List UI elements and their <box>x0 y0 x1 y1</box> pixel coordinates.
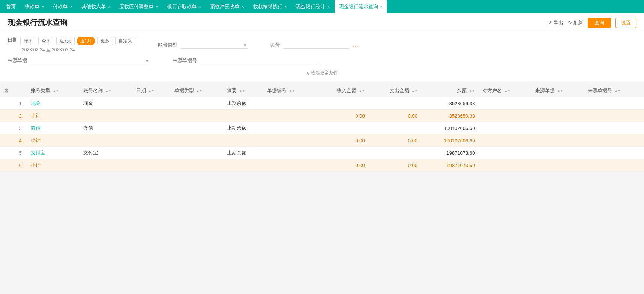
close-prepay-icon[interactable]: × <box>242 4 244 9</box>
cell-summary <box>223 110 263 122</box>
th-expense: 支出金额 ▲▼ <box>369 84 421 97</box>
cell-account-type[interactable]: 现金 <box>27 97 80 110</box>
cell-summary: 上期余额 <box>223 147 263 159</box>
date-btn-custom[interactable]: 自定义 <box>115 37 135 45</box>
cell-counterpart <box>479 122 531 134</box>
close-adjustment-icon[interactable]: × <box>156 4 158 9</box>
cell-counterpart <box>479 110 531 122</box>
th-gear: ⚙ <box>0 84 14 97</box>
export-button[interactable]: ↗ 导出 <box>548 19 563 26</box>
header-actions: ↗ 导出 ↻ 刷新 查询 设置 <box>548 18 636 28</box>
date-btn-1month[interactable]: 近1月 <box>77 37 95 45</box>
cell-source-doc <box>531 122 584 134</box>
nav-tab-receipts[interactable]: 收款单 × <box>20 0 48 13</box>
date-range-display: 2023-02-24 至 2023-03-24 <box>22 47 135 53</box>
close-other-income-icon[interactable]: × <box>108 4 110 9</box>
nav-tab-payment[interactable]: 付款单 × <box>48 0 77 13</box>
sort-source-doc-no-icon[interactable]: ▲▼ <box>615 90 621 93</box>
sort-account-name-icon[interactable]: ▲▼ <box>105 90 111 93</box>
cell-income: 0.00 <box>316 110 368 122</box>
th-summary: 摘要 ▲▼ <box>223 84 263 97</box>
account-input[interactable] <box>283 41 349 49</box>
close-receipts-icon[interactable]: × <box>42 4 44 9</box>
sort-doc-no-icon[interactable]: ▲▼ <box>289 90 295 93</box>
cell-income: 0.00 <box>316 159 368 172</box>
sort-source-doc-icon[interactable]: ▲▼ <box>557 90 563 93</box>
collapse-bar[interactable]: ∧ 收起更多条件 <box>8 68 636 79</box>
cell-row-num: 4 <box>14 134 27 147</box>
data-table: ⚙ 账号类型 ▲▼ 账号名称 ▲▼ 日期 ▲▼ 单据类型 ▲▼ <box>0 84 644 172</box>
sort-income-icon[interactable]: ▲▼ <box>359 90 365 93</box>
nav-tab-prepay[interactable]: 预收冲应收单 × <box>206 0 248 13</box>
refresh-button[interactable]: ↻ 刷新 <box>568 19 583 26</box>
cell-doc-no <box>263 97 316 110</box>
source-doc-select[interactable] <box>30 57 150 64</box>
cell-gear <box>0 159 14 172</box>
sort-balance-icon[interactable]: ▲▼ <box>469 90 475 93</box>
nav-tab-bank-deposit[interactable]: 银行存取款单 × <box>163 0 206 13</box>
nav-tab-verify[interactable]: 收款核销执行 × <box>249 0 291 13</box>
cell-source-doc <box>531 134 584 147</box>
cell-date <box>132 97 171 110</box>
cell-account-name <box>80 159 132 172</box>
date-btn-yesterday[interactable]: 昨天 <box>20 37 36 45</box>
source-doc-no-input[interactable] <box>200 57 320 64</box>
cell-expense: 0.00 <box>369 159 421 172</box>
cell-balance: 100102606.60 <box>421 134 479 147</box>
cell-source-doc <box>531 110 584 122</box>
page-header: 现金银行流水查询 ↗ 导出 ↻ 刷新 查询 设置 <box>0 13 644 32</box>
cell-account-type[interactable]: 支付宝 <box>27 147 80 159</box>
cell-doc-no <box>263 159 316 172</box>
cell-expense: 0.00 <box>369 110 421 122</box>
collapse-up-icon: ∧ <box>306 70 309 76</box>
cell-balance: 100102606.60 <box>421 122 479 134</box>
cell-source-doc-no <box>584 97 644 110</box>
date-btn-7days[interactable]: 近7天 <box>56 37 75 45</box>
refresh-icon: ↻ <box>568 20 572 25</box>
cell-doc-type <box>171 122 223 134</box>
account-type-filter-group: 账号类型 <box>158 41 248 49</box>
cell-gear <box>0 122 14 134</box>
nav-home[interactable]: 首页 <box>2 3 20 10</box>
cell-row-num: 2 <box>14 110 27 122</box>
date-btn-today[interactable]: 今天 <box>38 37 54 45</box>
close-verify-icon[interactable]: × <box>285 4 287 9</box>
account-label: 账号 <box>270 42 280 48</box>
date-filter-label: 日期 <box>8 37 17 43</box>
nav-tab-other-income[interactable]: 其他收入单 × <box>77 0 115 13</box>
cell-counterpart <box>479 159 531 172</box>
query-button[interactable]: 查询 <box>588 18 611 28</box>
sort-summary-icon[interactable]: ▲▼ <box>239 90 245 93</box>
cell-source-doc-no <box>584 110 644 122</box>
cell-date <box>132 159 171 172</box>
cell-gear <box>0 97 14 110</box>
sort-counterpart-icon[interactable]: ▲▼ <box>504 90 510 93</box>
close-flow-query-icon[interactable]: × <box>380 4 383 9</box>
close-bank-deposit-icon[interactable]: × <box>199 4 201 9</box>
nav-tab-adjustment[interactable]: 应收应付调整单 × <box>115 0 162 13</box>
more-dots-button[interactable]: ... <box>352 42 359 48</box>
sort-account-type-icon[interactable]: ▲▼ <box>53 90 59 93</box>
cell-summary <box>223 159 263 172</box>
nav-tab-stats[interactable]: 现金银行统计 × <box>291 0 334 13</box>
cell-doc-no <box>263 110 316 122</box>
sort-expense-icon[interactable]: ▲▼ <box>411 90 417 93</box>
account-type-select[interactable] <box>180 41 248 49</box>
column-settings-icon[interactable]: ⚙ <box>4 87 9 94</box>
cell-date <box>132 110 171 122</box>
th-num <box>14 84 27 97</box>
cell-expense <box>369 147 421 159</box>
close-payment-icon[interactable]: × <box>70 4 72 9</box>
cell-source-doc <box>531 97 584 110</box>
sort-date-icon[interactable]: ▲▼ <box>148 90 154 93</box>
nav-tab-flow-query[interactable]: 现金银行流水查询 × <box>335 0 387 13</box>
date-btn-more[interactable]: 更多 <box>97 37 113 45</box>
cell-balance: 19871073.60 <box>421 159 479 172</box>
source-doc-no-filter-group: 来源单据号 <box>173 57 320 64</box>
settings-button[interactable]: 设置 <box>615 18 636 28</box>
cell-account-type[interactable]: 微信 <box>27 122 80 134</box>
sort-doc-type-icon[interactable]: ▲▼ <box>196 90 202 93</box>
close-stats-icon[interactable]: × <box>327 4 330 9</box>
cell-source-doc <box>531 159 584 172</box>
cell-income <box>316 122 368 134</box>
